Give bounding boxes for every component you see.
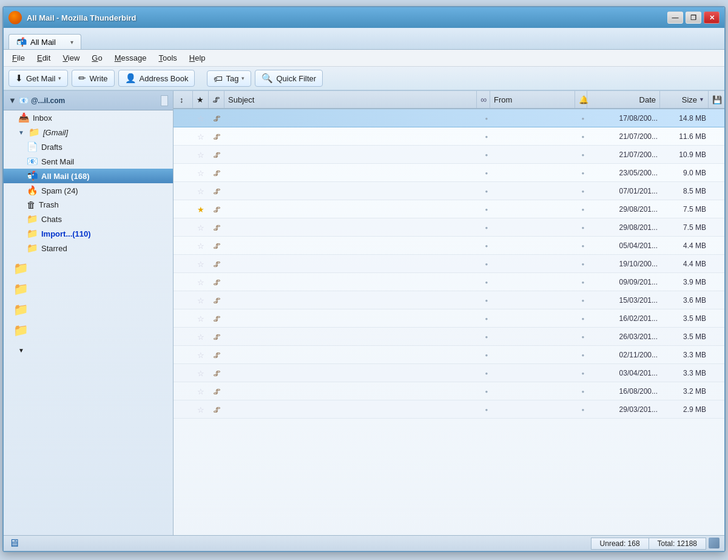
col-size[interactable]: Size ▼	[660, 91, 709, 108]
table-row[interactable]: ★ 🖇 ● ● 29/08/201... 7.5 MB	[174, 200, 724, 218]
status-cell: ●	[578, 206, 588, 212]
attachment-icon: 🖇	[213, 132, 221, 141]
star-cell[interactable]: ☆	[193, 241, 209, 251]
menu-help[interactable]: Help	[183, 51, 212, 65]
date-cell: 09/09/201...	[588, 278, 661, 286]
star-cell[interactable]: ☆	[193, 405, 209, 414]
sidebar-item-sent[interactable]: 📧 Sent Mail	[4, 154, 173, 169]
sidebar-header: ▼ 📧 @...il.com	[4, 91, 173, 110]
table-row[interactable]: ☆ 🖇 ● ● 16/08/200... 3.2 MB	[174, 382, 724, 400]
extra-folder-4[interactable]: 📁	[8, 321, 168, 339]
star-cell[interactable]: ☆	[193, 186, 209, 196]
menu-file[interactable]: File	[6, 51, 31, 65]
menu-message[interactable]: Message	[109, 51, 153, 65]
menu-go[interactable]: Go	[86, 51, 108, 65]
star-cell[interactable]: ☆	[193, 168, 209, 178]
table-row[interactable]: ☆ 🖇 ● ● 23/05/200... 9.0 MB	[174, 164, 724, 182]
write-button[interactable]: ✏ Write	[72, 70, 114, 87]
star-icon: ☆	[197, 369, 204, 378]
star-cell[interactable]: ☆	[193, 132, 209, 141]
star-cell[interactable]: ☆	[193, 368, 209, 378]
table-row[interactable]: ☆ 🖇 ● ● 21/07/200... 11.6 MB	[174, 127, 724, 146]
sidebar-item-gmail[interactable]: ▼ 📁 [Gmail]	[4, 125, 173, 140]
get-mail-button[interactable]: ⬇ Get Mail ▾	[8, 70, 68, 87]
attach-cell: 🖇	[209, 295, 224, 305]
star-cell[interactable]: ☆	[193, 350, 209, 360]
sidebar-item-all-mail[interactable]: 📬 All Mail (168)	[4, 169, 173, 183]
col-status[interactable]: 🔔	[575, 91, 587, 108]
star-cell[interactable]: ☆	[193, 332, 209, 342]
sidebar-item-spam[interactable]: 🔥 Spam (24)	[4, 183, 173, 198]
star-cell[interactable]: ☆	[193, 314, 209, 323]
star-cell[interactable]: ☆	[193, 223, 209, 232]
col-star[interactable]: ★	[193, 91, 209, 108]
table-row[interactable]: ☆ 🖇 ● ● 05/04/201... 4.4 MB	[174, 237, 724, 255]
starred-label: Starred	[41, 244, 67, 253]
menu-tools[interactable]: Tools	[152, 51, 183, 65]
minimize-button[interactable]: —	[667, 12, 683, 24]
sidebar-item-import[interactable]: 📁 Import...(110)	[4, 226, 173, 241]
size-cell: 11.6 MB	[661, 132, 710, 141]
sidebar-item-drafts[interactable]: 📄 Drafts	[4, 140, 173, 154]
close-button[interactable]: ✕	[704, 12, 720, 24]
size-cell: 8.5 MB	[661, 187, 710, 195]
star-cell[interactable]: ☆	[193, 259, 209, 269]
email-list: ☆ 🖇 ● ● 17/08/200... 14.8 MB ☆ 🖇 ●	[174, 109, 724, 535]
size-cell: 7.5 MB	[661, 205, 710, 214]
sidebar-item-trash[interactable]: 🗑 Trash	[4, 198, 173, 212]
menu-view[interactable]: View	[56, 51, 86, 65]
col-unread[interactable]: ∞	[477, 91, 490, 108]
table-row[interactable]: ☆ 🖇 ● ● 21/07/200... 10.9 MB	[174, 146, 724, 164]
quick-filter-button[interactable]: 🔍 Quick Filter	[255, 70, 323, 87]
address-book-button[interactable]: 👤 Address Book	[118, 70, 195, 87]
status-cell: ●	[578, 260, 588, 267]
spam-icon: 🔥	[27, 185, 38, 196]
sidebar-scroll-up[interactable]	[161, 95, 168, 106]
tag-button[interactable]: 🏷 Tag ▾	[207, 70, 251, 87]
star-cell[interactable]: ☆	[193, 386, 209, 396]
table-row[interactable]: ☆ 🖇 ● ● 19/10/200... 4.4 MB	[174, 255, 724, 273]
all-mail-icon: 📬	[27, 170, 38, 181]
table-row[interactable]: ☆ 🖇 ● ● 26/03/201... 3.5 MB	[174, 328, 724, 346]
table-row[interactable]: ☆ 🖇 ● ● 03/04/201... 3.3 MB	[174, 364, 724, 382]
sidebar-item-chats[interactable]: 📁 Chats	[4, 212, 173, 226]
col-from[interactable]: From	[490, 91, 575, 108]
table-row[interactable]: ☆ 🖇 ● ● 17/08/200... 14.8 MB	[174, 109, 724, 127]
import-label: Import...(110)	[41, 229, 91, 238]
col-save[interactable]: 💾	[709, 91, 722, 108]
star-icon: ☆	[197, 169, 204, 178]
extra-folders: 📁 📁 📁 📁	[4, 255, 173, 343]
sidebar-expand-bottom[interactable]: ▼	[4, 345, 173, 356]
star-cell[interactable]: ☆	[193, 150, 209, 160]
size-col-label: Size	[682, 95, 697, 104]
sidebar-item-inbox[interactable]: 📥 Inbox	[4, 110, 173, 125]
sidebar-item-starred[interactable]: 📁 Starred	[4, 241, 173, 255]
thread-icon: ↕	[180, 95, 184, 104]
table-row[interactable]: ☆ 🖇 ● ● 07/01/201... 8.5 MB	[174, 182, 724, 200]
col-date[interactable]: Date	[587, 91, 660, 108]
menu-edit[interactable]: Edit	[31, 51, 56, 65]
attachment-icon: 🖇	[213, 332, 221, 342]
extra-folder-2[interactable]: 📁	[8, 280, 168, 298]
table-row[interactable]: ☆ 🖇 ● ● 29/03/201... 2.9 MB	[174, 400, 724, 419]
col-subject[interactable]: Subject	[224, 91, 477, 108]
table-row[interactable]: ☆ 🖇 ● ● 16/02/201... 3.5 MB	[174, 309, 724, 328]
star-cell[interactable]: ☆	[193, 277, 209, 287]
tab-all-mail[interactable]: 📬 All Mail ▾	[8, 34, 81, 49]
star-cell[interactable]: ☆	[193, 113, 209, 123]
table-row[interactable]: ☆ 🖇 ● ● 29/08/201... 7.5 MB	[174, 218, 724, 237]
extra-folder-3[interactable]: 📁	[8, 300, 168, 319]
col-thread[interactable]: ↕	[176, 91, 193, 108]
total-count: Total: 12188	[649, 538, 706, 550]
table-row[interactable]: ☆ 🖇 ● ● 15/03/201... 3.6 MB	[174, 291, 724, 309]
table-row[interactable]: ☆ 🖇 ● ● 09/09/201... 3.9 MB	[174, 273, 724, 291]
col-attach[interactable]: 🖇	[209, 91, 224, 108]
extra-folder-1[interactable]: 📁	[8, 259, 168, 277]
star-icon: ★	[197, 205, 204, 214]
star-cell[interactable]: ☆	[193, 295, 209, 305]
star-cell[interactable]: ★	[193, 204, 209, 214]
status-cell: ●	[578, 388, 588, 394]
maximize-button[interactable]: ❐	[686, 12, 701, 24]
window-title: All Mail - Mozilla Thunderbird	[27, 13, 667, 22]
table-row[interactable]: ☆ 🖇 ● ● 02/11/200... 3.3 MB	[174, 346, 724, 364]
